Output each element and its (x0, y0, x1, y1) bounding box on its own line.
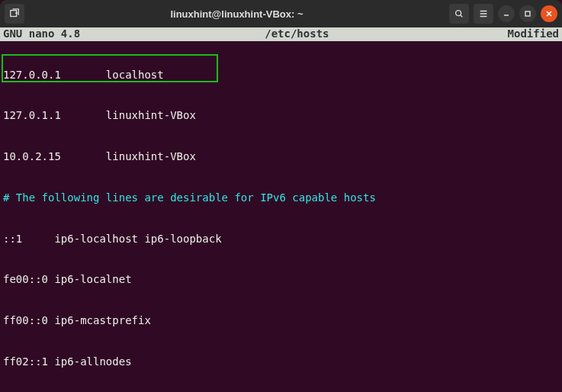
window-titlebar: linuxhint@linuxhint-VBox: ~ (0, 0, 562, 27)
close-button[interactable] (541, 5, 557, 22)
search-button[interactable] (449, 4, 469, 24)
editor-area[interactable]: 127.0.0.1 localhost 127.0.1.1 linuxhint-… (0, 41, 562, 392)
hosts-line: ff00::0 ip6-mcastprefix (3, 314, 559, 328)
nano-app-name: GNU nano 4.8 (3, 27, 86, 41)
hosts-line: 127.0.1.1 linuxhint-VBox (3, 109, 559, 123)
terminal[interactable]: GNU nano 4.8 /etc/hosts Modified 127.0.0… (0, 27, 562, 392)
hosts-line: ff02::1 ip6-allnodes (3, 355, 559, 369)
minimize-button[interactable] (498, 5, 515, 22)
nano-status: Modified (508, 27, 559, 41)
nano-file-path: /etc/hosts (86, 27, 507, 41)
hosts-line: fe00::0 ip6-localnet (3, 273, 559, 287)
window-title: linuxhint@linuxhint-VBox: ~ (29, 8, 445, 20)
hosts-line: 127.0.0.1 localhost (3, 69, 559, 82)
svg-point-1 (456, 11, 461, 16)
nano-header: GNU nano 4.8 /etc/hosts Modified (0, 27, 562, 41)
hosts-line: ::1 ip6-localhost ip6-loopback (3, 233, 559, 246)
svg-rect-2 (525, 11, 530, 16)
menu-button[interactable] (474, 4, 493, 24)
hosts-line: 10.0.2.15 linuxhint-VBox (3, 150, 559, 164)
maximize-button[interactable] (519, 5, 536, 22)
hosts-comment: # The following lines are desirable for … (3, 191, 559, 205)
new-tab-button[interactable] (5, 4, 24, 24)
